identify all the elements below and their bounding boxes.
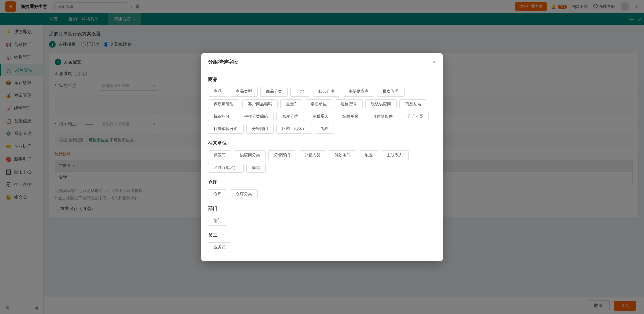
field-tags-warehouse: 仓库 仓库分类	[208, 189, 436, 199]
field-tag-batch-management[interactable]: 批次管理	[377, 87, 405, 97]
field-tag-product-category[interactable]: 商品分类	[260, 87, 288, 97]
field-tag-warehouse[interactable]: 仓库	[208, 189, 227, 199]
field-tag-region-product[interactable]: 区域（地区）	[276, 124, 312, 134]
field-tag-main-supplier[interactable]: 主要供应商	[343, 87, 374, 97]
field-tag-default-supplier[interactable]: 默认供应商	[365, 99, 397, 109]
modal-close-icon[interactable]: ×	[432, 59, 436, 66]
field-tag-supervisor[interactable]: 分管人员	[401, 112, 429, 121]
field-section-dept-title: 部门	[208, 206, 436, 212]
field-tags-employee: 业务员	[208, 242, 436, 252]
field-tag-product-type[interactable]: 商品类型	[230, 87, 258, 97]
modal-body: 商品 商品 商品类型 商品分类 产地 默认仓库 主要供应商 批次管理 保质期管理…	[201, 71, 443, 257]
field-tag-supplier[interactable]: 供应商	[208, 150, 231, 160]
field-tag-default-warehouse[interactable]: 默认仓库	[313, 87, 340, 97]
field-tag-warehouse-category[interactable]: 仓库分类	[276, 112, 304, 121]
field-tag-short-name-partner[interactable]: 简称	[246, 163, 266, 173]
modal-dialog: 分组待选字段 × 商品 商品 商品类型 商品分类 产地 默认仓库 主要供应商 批…	[201, 53, 443, 261]
field-tag-supervising-dept[interactable]: 分管部门	[246, 124, 274, 134]
field-tag-weight[interactable]: 重量3	[280, 99, 302, 109]
field-tag-counterparty-category[interactable]: 往来单位分类	[208, 124, 244, 134]
field-tag-pick-points[interactable]: 拣货积分	[208, 112, 235, 121]
field-tag-salesperson[interactable]: 业务员	[208, 242, 231, 252]
field-tag-area[interactable]: 地区	[359, 150, 378, 160]
field-tag-supplier-category[interactable]: 供应商分类	[234, 150, 266, 160]
field-section-warehouse-title: 仓库	[208, 179, 436, 185]
field-section-employee: 员工 业务员	[208, 232, 436, 252]
field-tag-expiry-management[interactable]: 保质期管理	[208, 99, 239, 109]
field-tags-product: 商品 商品类型 商品分类 产地 默认仓库 主要供应商 批次管理 保质期管理 客户…	[208, 87, 436, 134]
field-tag-person-partner[interactable]: 分管人员	[299, 150, 326, 160]
field-tag-main-contact[interactable]: 主联系人	[307, 112, 334, 121]
field-tag-tax-code[interactable]: 税收分类编码	[238, 112, 274, 121]
field-section-employee-title: 员工	[208, 232, 436, 238]
modal-hscrollbar[interactable]	[201, 257, 443, 261]
field-tag-dept-partner[interactable]: 分管部门	[268, 150, 296, 160]
field-tag-region-partner[interactable]: 区域（地区）	[208, 163, 244, 173]
field-tag-main-contact-partner[interactable]: 主联系人	[381, 150, 409, 160]
field-tag-payment-terms-partner[interactable]: 付款条件	[329, 150, 356, 160]
field-tag-short-name-product[interactable]: 简称	[315, 124, 334, 134]
modal-header: 分组待选字段 ×	[201, 53, 443, 71]
field-tag-payment-terms[interactable]: 收付款条件	[367, 112, 398, 121]
field-tags-partner: 供应商 供应商分类 分管部门 分管人员 付款条件 地区 主联系人 区域（地区） …	[208, 150, 436, 173]
field-section-partner-title: 往来单位	[208, 140, 436, 146]
field-section-dept: 部门 部门	[208, 206, 436, 226]
field-section-product-title: 商品	[208, 77, 436, 83]
field-tags-dept: 部门	[208, 216, 436, 226]
field-section-partner: 往来单位 供应商 供应商分类 分管部门 分管人员 付款条件 地区 主联系人 区域…	[208, 140, 436, 173]
field-tag-settlement-unit[interactable]: 结算单位	[337, 112, 364, 121]
field-section-warehouse: 仓库 仓库 仓库分类	[208, 179, 436, 199]
modal-overlay: 分组待选字段 × 商品 商品 商品类型 商品分类 产地 默认仓库 主要供应商 批…	[0, 0, 644, 314]
field-section-product: 商品 商品 商品类型 商品分类 产地 默认仓库 主要供应商 批次管理 保质期管理…	[208, 77, 436, 134]
field-tag-product[interactable]: 商品	[208, 87, 227, 97]
field-tag-spec-model[interactable]: 规格型号	[335, 99, 363, 109]
field-tag-dept[interactable]: 部门	[208, 216, 227, 226]
field-tag-retail-unit[interactable]: 零售单位	[305, 99, 332, 109]
field-tag-origin[interactable]: 产地	[290, 87, 310, 97]
field-tag-warehouse-cat[interactable]: 仓库分类	[230, 189, 258, 199]
field-tag-customer-code[interactable]: 客户商品编码	[242, 99, 278, 109]
field-tag-product-alias[interactable]: 商品别名	[399, 99, 427, 109]
modal-title: 分组待选字段	[208, 59, 238, 65]
